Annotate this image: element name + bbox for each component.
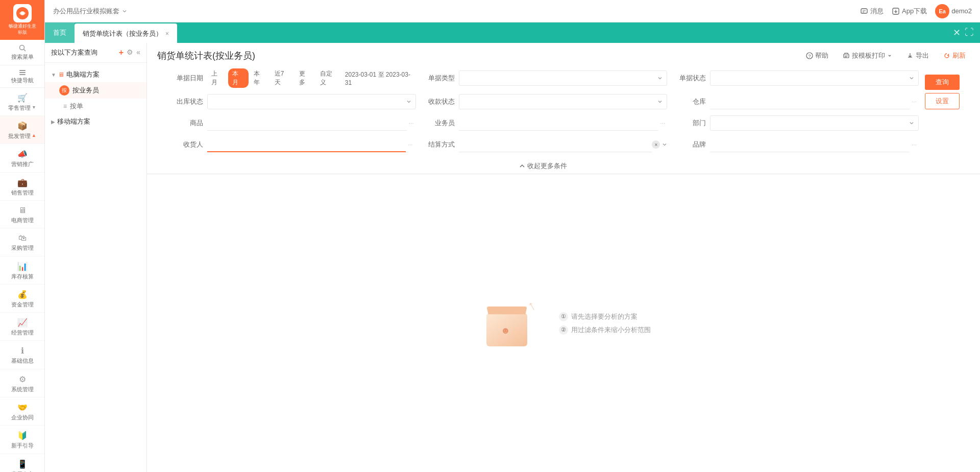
date-this-year[interactable]: 本年 [250, 68, 270, 88]
sidebar-item-system-label: 系统管理 [11, 386, 34, 393]
svg-rect-6 [19, 74, 26, 75]
user-action[interactable]: Ea demo2 [935, 4, 972, 18]
sidebar-item-inventory[interactable]: 📊 库存核算 [0, 256, 44, 285]
avatar: Ea [935, 4, 949, 18]
date-this-month[interactable]: 本月 [228, 68, 248, 88]
sidebar-item-appcenter[interactable]: 📱 应用中心 [0, 454, 44, 472]
settlement-clear-btn[interactable]: × [652, 140, 660, 149]
filter-row-4: 收货人 ··· 结算方式 × 品牌 [167, 137, 919, 152]
template-print-label: 按模板打印 [852, 51, 885, 60]
query-buttons: 查询 设置 [919, 68, 960, 115]
salesperson-scheme-label: 按业务员 [72, 86, 99, 95]
appcenter-icon: 📱 [17, 459, 28, 469]
scheme-panel-actions: + ⚙ « [119, 48, 140, 57]
filter-collapse-btn[interactable]: 收起更多条件 [167, 158, 919, 174]
sidebar-item-sales[interactable]: 💼 销售管理 [0, 173, 44, 201]
ecommerce-icon: 🖥 [18, 206, 27, 215]
stock-status-select[interactable] [207, 94, 416, 109]
date-7days[interactable]: 近7天 [271, 68, 294, 88]
svg-rect-4 [19, 70, 26, 71]
svg-rect-5 [19, 72, 26, 73]
filter-row-3: 商品 ··· 业务员 ··· 部门 [167, 115, 919, 131]
settings-btn[interactable]: 设置 [925, 93, 960, 109]
brand-input[interactable] [710, 137, 910, 152]
tab-shrink-icon[interactable]: ✕ [953, 27, 961, 38]
scheme-tree: ▼ 🖥 电脑端方案 按 按业务员 ≡ 按单 ▶ [45, 63, 146, 133]
sidebar-item-marketing[interactable]: 📣 营销推广 [0, 144, 44, 172]
scheme-sub-item-order[interactable]: ≡ 按单 [45, 99, 146, 114]
tab-salesperson-report[interactable]: 销货单统计表（按业务员） × [75, 23, 177, 44]
finance-icon: 💰 [17, 290, 28, 299]
sidebar-item-retail[interactable]: 🛒 零售管理 ▼ [0, 88, 44, 116]
brand-label: 品牌 [675, 140, 706, 149]
sidebar-item-finance[interactable]: 💰 资金管理 [0, 285, 44, 313]
help-btn[interactable]: ? 帮助 [802, 49, 832, 62]
sidebar-item-newbie[interactable]: 🔰 新手引导 [0, 426, 44, 454]
sidebar-item-enterprise-label: 企业协同 [11, 414, 34, 421]
mobile-group-label: 移动端方案 [57, 117, 90, 126]
salesperson-more-icon[interactable]: ··· [658, 120, 667, 127]
order-status-control [710, 70, 919, 86]
sidebar-item-marketing-label: 营销推广 [11, 160, 34, 168]
sidebar-item-ecommerce[interactable]: 🖥 电商管理 [0, 201, 44, 228]
scheme-add-icon[interactable]: + [119, 48, 124, 57]
search-menu[interactable]: 搜索菜单 [0, 40, 44, 65]
retail-icon: 🛒 [17, 93, 28, 103]
payment-status-select[interactable] [459, 94, 668, 109]
scheme-group-pc-header[interactable]: ▼ 🖥 电脑端方案 [45, 67, 146, 82]
refresh-btn[interactable]: 刷新 [939, 49, 970, 62]
empty-state-content: ↑ ☻ ① 请先选择要分析的方案 ② 用过滤条件来缩小分析范围 [476, 295, 651, 351]
box-top [486, 306, 527, 314]
date-control: 上月 本月 本年 近7天 更多 自定义 2023-03-01 至 2023-03… [207, 68, 416, 88]
sidebar-item-operation[interactable]: 📈 经营管理 [0, 313, 44, 341]
order-type-select[interactable] [459, 70, 668, 86]
date-more[interactable]: 更多 [295, 68, 315, 88]
product-input[interactable] [207, 115, 407, 131]
warehouse-input[interactable] [710, 94, 910, 109]
tab-expand-icon[interactable]: ⛶ [965, 27, 974, 38]
consignee-more-icon[interactable]: ··· [406, 141, 415, 148]
consignee-input[interactable] [207, 137, 406, 152]
sidebar-item-basic[interactable]: ℹ 基础信息 [0, 341, 44, 369]
consignee-label: 收货人 [167, 140, 203, 149]
settlement-input[interactable] [459, 137, 652, 152]
salesperson-input[interactable] [459, 115, 658, 131]
scheme-collapse-icon[interactable]: « [136, 48, 140, 57]
message-label: 消息 [870, 7, 884, 16]
sidebar-item-purchase[interactable]: 🛍 采购管理 [0, 228, 44, 256]
brand-more-icon[interactable]: ··· [910, 141, 919, 148]
scheme-item-salesperson[interactable]: 按 按业务员 [45, 82, 146, 99]
sidebar-item-wholesale[interactable]: 📦 批发管理 ▲ [0, 116, 44, 144]
tab-home[interactable]: 首页 [45, 22, 75, 43]
sidebar-item-enterprise[interactable]: 🤝 企业协同 [0, 397, 44, 426]
date-custom[interactable]: 自定义 [316, 68, 342, 88]
wholesale-icon: 📦 [17, 121, 28, 131]
page-header: 销货单统计表(按业务员) ? 帮助 按模板打印 [147, 43, 980, 174]
search-menu-label: 搜索菜单 [11, 53, 34, 61]
scheme-group-pc: ▼ 🖥 电脑端方案 按 按业务员 ≡ 按单 [45, 67, 146, 114]
svg-line-3 [23, 49, 26, 51]
help-label: 帮助 [815, 51, 828, 60]
download-action[interactable]: App下载 [892, 7, 927, 16]
scheme-settings-icon[interactable]: ⚙ [127, 48, 133, 57]
topbar-title: 办公用品行业模拟账套 [53, 7, 854, 16]
warehouse-more-icon[interactable]: ··· [910, 98, 919, 105]
date-last-month[interactable]: 上月 [207, 68, 227, 88]
quick-nav[interactable]: 快捷导航 [0, 65, 44, 88]
department-select[interactable] [710, 115, 919, 131]
sidebar-item-inventory-label: 库存核算 [11, 273, 34, 280]
topbar: 办公用品行业模拟账套 消息 App下载 Ea demo2 [45, 0, 980, 22]
order-status-select[interactable] [710, 70, 919, 86]
sidebar-item-system[interactable]: ⚙ 系统管理 [0, 369, 44, 397]
tab-close-icon[interactable]: × [165, 30, 169, 37]
message-action[interactable]: 消息 [860, 7, 884, 16]
scheme-group-mobile-header[interactable]: ▶ 移动端方案 [45, 114, 146, 129]
logo-text: 畅捷通好生意 标版 [9, 23, 36, 36]
query-btn[interactable]: 查询 [925, 75, 960, 90]
settlement-label: 结算方式 [424, 140, 455, 149]
export-btn[interactable]: 导出 [902, 49, 933, 62]
template-print-btn[interactable]: 按模板打印 [839, 49, 896, 62]
product-more-icon[interactable]: ··· [407, 120, 416, 127]
collapse-label: 收起更多条件 [527, 161, 567, 171]
stock-status-label: 出库状态 [167, 97, 203, 106]
